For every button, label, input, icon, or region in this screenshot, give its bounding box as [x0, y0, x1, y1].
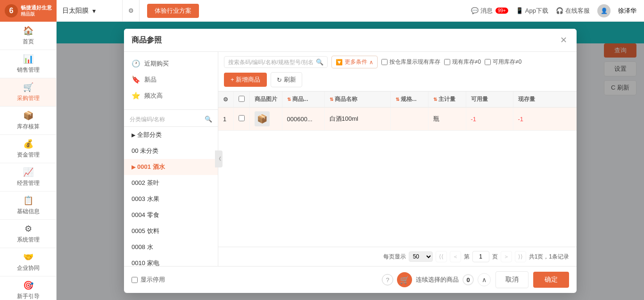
th-settings[interactable]: ⚙	[218, 92, 233, 108]
messages-button[interactable]: 💬 消息 99+	[471, 7, 508, 15]
sidebar-item-inventory[interactable]: 📦 库存核算	[0, 107, 56, 135]
product-search-icon[interactable]: 🔍	[316, 58, 323, 66]
guide-icon: 🎯	[23, 280, 33, 291]
add-product-button[interactable]: + 新增商品	[224, 73, 267, 87]
headset-icon: 🎧	[556, 7, 563, 14]
help-icon[interactable]: ?	[382, 274, 393, 285]
category-label: 0002 茶叶	[132, 179, 159, 187]
th-code[interactable]: ⇅ 商品...	[282, 92, 324, 108]
sidebar-item-system[interactable]: ⚙ 系统管理	[0, 220, 56, 248]
category-item-0008[interactable]: 0008 水	[124, 239, 218, 255]
sidebar-item-basic-info[interactable]: 📋 基础信息	[0, 192, 56, 220]
current-stock-check[interactable]	[444, 59, 450, 65]
category-item-0003[interactable]: 0003 水果	[124, 191, 218, 207]
home-icon: 🏠	[23, 25, 33, 36]
th-name[interactable]: ⇅ 商品名称	[324, 92, 390, 108]
th-unit[interactable]: ⇅ 主计量	[428, 92, 466, 108]
category-item-0004[interactable]: 0004 零食	[124, 207, 218, 223]
cart-icon[interactable]: 🛒	[397, 272, 412, 287]
collapse-panel-button[interactable]: 《	[215, 150, 223, 167]
trial-button[interactable]: 体验行业方案	[147, 4, 199, 18]
sidebar-item-finance[interactable]: 💰 资金管理	[0, 135, 56, 163]
show-disabled-checkbox[interactable]: 显示停用	[132, 275, 165, 284]
next-page-button[interactable]: ＞	[501, 251, 512, 262]
quick-links: 🕐 近期购买 🔖 新品 ⭐ 频次高	[124, 52, 218, 108]
cancel-button[interactable]: 取消	[495, 271, 528, 288]
th-available[interactable]: 可用量	[466, 92, 513, 108]
collapse-cart-button[interactable]: ∧	[478, 273, 491, 286]
row-select-checkbox[interactable]	[239, 115, 245, 121]
sidebar-item-label: 系统管理	[17, 236, 40, 244]
row-image: 📦	[249, 108, 282, 131]
sidebar-item-home[interactable]: 🏠 首页	[0, 22, 56, 50]
first-page-button[interactable]: ⟨⟨	[436, 251, 447, 262]
refresh-button[interactable]: ↻ 刷新	[271, 72, 302, 87]
company-selector[interactable]: 日太阳膜 ▾	[57, 0, 123, 21]
category-item-0010[interactable]: 0010 家电	[124, 255, 218, 266]
page-di-label: 第	[464, 253, 470, 261]
sidebar-item-label: 基础信息	[17, 208, 40, 216]
settings-icon[interactable]: ⚙	[123, 0, 140, 22]
select-all-checkbox[interactable]	[239, 96, 245, 102]
cart-label: 连续选择的商品	[416, 275, 459, 284]
sort-icon: ⇅	[330, 97, 333, 102]
product-reference-modal: 商品参照 ✕ 🕐 近期购买 🔖 新品	[124, 29, 577, 293]
online-service-button[interactable]: 🎧 在线客服	[556, 7, 590, 15]
row-spec	[390, 108, 428, 131]
warehouse-stock-checkbox[interactable]: 按仓库显示现有库存	[381, 58, 440, 66]
app-logo[interactable]: 6 畅捷通好生意 精品版	[0, 0, 57, 22]
current-stock-checkbox[interactable]: 现有库存≠0	[444, 58, 481, 66]
show-disabled-check[interactable]	[132, 277, 138, 283]
sidebar-item-guide[interactable]: 🎯 新手引导	[0, 276, 56, 300]
quick-link-recent[interactable]: 🕐 近期购买	[124, 56, 218, 72]
app-download-button[interactable]: 📱 App下载	[516, 7, 548, 15]
warehouse-stock-check[interactable]	[381, 59, 388, 65]
sales-icon: 📊	[23, 54, 33, 64]
category-item-0001[interactable]: ▶ 0001 酒水	[124, 159, 218, 175]
available-stock-label: 可用库存≠0	[493, 58, 521, 66]
row-available: -1	[466, 108, 513, 131]
chevron-down-icon: ▾	[92, 7, 96, 15]
basic-info-icon: 📋	[23, 195, 33, 206]
product-search-box: 🔍	[224, 56, 328, 68]
avatar[interactable]: 👤	[597, 4, 611, 17]
sidebar-item-label: 库存核算	[17, 123, 40, 131]
available-stock-checkbox[interactable]: 可用库存≠0	[485, 58, 521, 66]
product-search-input[interactable]	[228, 59, 316, 66]
arrow-icon: ▶	[132, 164, 135, 170]
row-checkbox	[233, 108, 249, 131]
page-number-input[interactable]	[472, 251, 489, 262]
th-spec[interactable]: ⇅ 规格...	[390, 92, 428, 108]
category-panel: 🕐 近期购买 🔖 新品 ⭐ 频次高	[124, 52, 218, 266]
category-search-input[interactable]	[130, 116, 205, 123]
th-stock[interactable]: 现存量	[513, 92, 577, 108]
available-stock-check[interactable]	[485, 59, 491, 65]
phone-icon: 📱	[516, 7, 523, 14]
page-size-select[interactable]: 50 100 200	[409, 251, 433, 262]
show-disabled-label: 显示停用	[140, 275, 165, 284]
category-item-0005[interactable]: 0005 饮料	[124, 223, 218, 239]
username[interactable]: 徐泽华	[618, 7, 636, 15]
category-search-icon[interactable]: 🔍	[205, 116, 212, 123]
category-item-00[interactable]: 00 未分类	[124, 143, 218, 159]
confirm-button[interactable]: 确定	[533, 272, 569, 288]
close-icon[interactable]: ✕	[558, 34, 569, 46]
prev-page-button[interactable]: ＜	[450, 251, 461, 262]
sidebar-item-purchase[interactable]: 🛒 采购管理	[0, 78, 56, 107]
sidebar-item-operations[interactable]: 📈 经营管理	[0, 163, 56, 192]
category-item-all[interactable]: ▶ 全部分类	[124, 127, 218, 143]
sidebar-item-label: 销售管理	[17, 66, 40, 74]
category-label: 00 未分类	[132, 147, 158, 155]
sidebar-item-enterprise[interactable]: 🤝 企业协同	[0, 248, 56, 276]
page-size-label: 每页显示	[383, 253, 406, 261]
sidebar-item-sales[interactable]: 📊 销售管理	[0, 50, 56, 78]
warehouse-stock-label: 按仓库显示现有库存	[389, 58, 440, 66]
quick-link-frequent[interactable]: ⭐ 频次高	[124, 88, 218, 104]
last-page-button[interactable]: ⟩⟩	[515, 251, 526, 262]
modal-header: 商品参照 ✕	[124, 29, 577, 52]
more-filter-button[interactable]: 🔽 更多条件 ∧	[331, 56, 378, 68]
quick-link-label: 频次高	[144, 92, 163, 100]
quick-link-new[interactable]: 🔖 新品	[124, 72, 218, 88]
category-item-0002[interactable]: 0002 茶叶	[124, 175, 218, 191]
table-row[interactable]: 1 📦 000600... 白酒100ml	[218, 108, 577, 131]
